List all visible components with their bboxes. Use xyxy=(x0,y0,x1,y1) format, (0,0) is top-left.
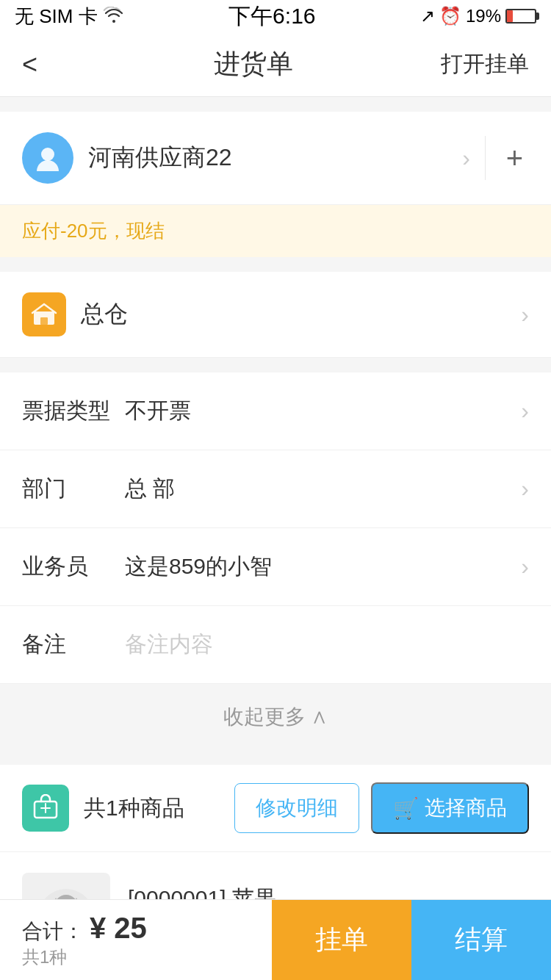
remark-input[interactable]: 备注内容 xyxy=(125,630,529,660)
wifi-icon xyxy=(104,5,124,28)
battery-percent: 19% xyxy=(466,6,501,26)
department-row[interactable]: 部门 总 部 › xyxy=(0,450,551,528)
salesperson-label: 业务员 xyxy=(22,552,125,582)
section-gap-1 xyxy=(0,97,551,112)
total-label: 合计： xyxy=(22,918,84,945)
bottom-total: 合计： ¥ 25 共1种 xyxy=(0,900,272,980)
warehouse-name: 总仓 xyxy=(81,298,521,331)
select-product-label: 选择商品 xyxy=(425,794,507,822)
carrier-text: 无 SIM 卡 xyxy=(15,4,98,29)
total-amount: ¥ 25 xyxy=(90,912,147,945)
status-carrier: 无 SIM 卡 xyxy=(15,4,124,29)
bottom-bar: 合计： ¥ 25 共1种 挂单 结算 xyxy=(0,899,551,980)
section-gap-3 xyxy=(0,358,551,372)
notice-bar: 应付-20元，现结 xyxy=(0,205,551,257)
salesperson-value: 这是859的小智 xyxy=(125,552,521,582)
supplier-row[interactable]: 河南供应商22 › + xyxy=(0,112,551,205)
product-bar: 共1种商品 修改明细 🛒 选择商品 xyxy=(0,765,551,852)
status-right: ↗ ⏰ 19% xyxy=(420,6,536,26)
status-time: 下午6:16 xyxy=(228,1,315,32)
svg-rect-2 xyxy=(40,317,48,325)
add-supplier-button[interactable]: + xyxy=(485,136,529,180)
back-button[interactable]: < xyxy=(22,49,66,80)
edit-detail-button[interactable]: 修改明细 xyxy=(234,783,359,833)
invoice-type-row[interactable]: 票据类型 不开票 › xyxy=(0,372,551,450)
svg-point-0 xyxy=(41,148,54,161)
department-chevron-icon: › xyxy=(521,475,529,502)
plus-icon: + xyxy=(506,142,523,175)
pay-button[interactable]: 结算 xyxy=(411,900,551,980)
invoice-type-label: 票据类型 xyxy=(22,396,125,426)
warehouse-icon xyxy=(22,292,66,336)
collapse-button[interactable]: 收起更多 ∧ xyxy=(0,684,551,750)
location-icon: ↗ xyxy=(420,6,435,26)
status-bar: 无 SIM 卡 下午6:16 ↗ ⏰ 19% xyxy=(0,0,551,32)
battery-icon xyxy=(505,9,536,24)
total-sub: 共1种 xyxy=(22,945,250,969)
notice-text: 应付-20元，现结 xyxy=(22,220,165,242)
nav-bar: < 进货单 打开挂单 xyxy=(0,32,551,97)
select-product-button[interactable]: 🛒 选择商品 xyxy=(371,782,529,834)
product-bar-icon xyxy=(22,785,69,832)
product-count: 共1种商品 xyxy=(84,793,234,824)
supplier-chevron-icon: › xyxy=(462,145,470,172)
department-label: 部门 xyxy=(22,474,125,504)
warehouse-chevron-icon: › xyxy=(521,301,529,328)
page-title: 进货单 xyxy=(214,46,293,82)
invoice-type-value: 不开票 xyxy=(125,396,521,426)
remark-row[interactable]: 备注 备注内容 xyxy=(0,606,551,684)
supplier-name: 河南供应商22 xyxy=(88,142,462,174)
remark-label: 备注 xyxy=(22,630,125,660)
open-hang-button[interactable]: 打开挂单 xyxy=(441,49,529,79)
section-gap-2 xyxy=(0,257,551,272)
hang-button[interactable]: 挂单 xyxy=(272,900,411,980)
warehouse-row[interactable]: 总仓 › xyxy=(0,272,551,358)
department-value: 总 部 xyxy=(125,474,521,504)
salesperson-chevron-icon: › xyxy=(521,553,529,580)
supplier-avatar xyxy=(22,132,73,184)
invoice-type-chevron-icon: › xyxy=(521,397,529,425)
salesperson-row[interactable]: 业务员 这是859的小智 › xyxy=(0,528,551,606)
cart-icon: 🛒 xyxy=(393,796,419,821)
alarm-icon: ⏰ xyxy=(439,6,461,26)
collapse-label: 收起更多 ∧ xyxy=(223,705,328,728)
